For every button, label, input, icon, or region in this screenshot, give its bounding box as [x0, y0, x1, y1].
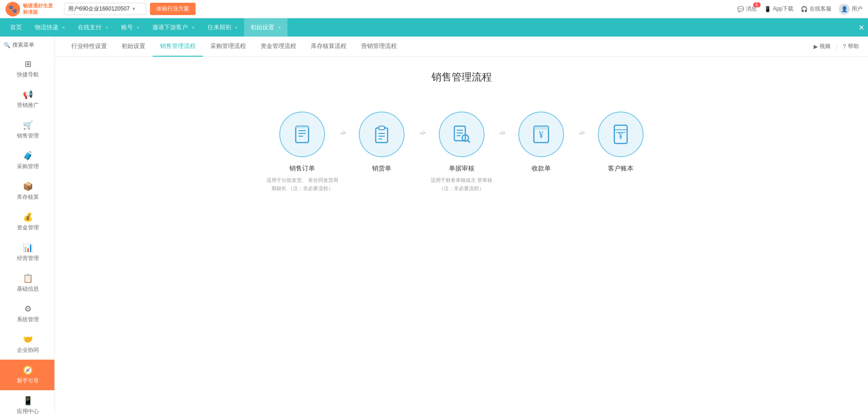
sidebar-label-sales-mgmt: 销售管理: [17, 132, 39, 140]
sub-tab-初始设置[interactable]: 初始设置: [114, 37, 153, 57]
flow-arrow-2: - - ->: [499, 111, 504, 137]
nav-tab-往来期初[interactable]: 往来期初×: [201, 18, 244, 37]
sub-tab-库存核算流程[interactable]: 库存核算流程: [304, 37, 354, 57]
message-button[interactable]: 💬 消息 6: [737, 5, 757, 13]
svg-rect-18: [534, 126, 548, 130]
page-content: 销售管理流程 销售订单适用于分批发货、 有合同发货周期较长 （注：非必要流程）-…: [55, 57, 868, 414]
close-tab-icon[interactable]: ×: [235, 25, 238, 30]
sub-tab-资金管理流程[interactable]: 资金管理流程: [253, 37, 304, 57]
sidebar-label-operations-mgmt: 经营管理: [17, 255, 39, 262]
flow-label-customer-account: 客户账本: [608, 165, 634, 173]
user-selector[interactable]: 用户690企业1660120507 ▼: [64, 3, 146, 15]
online-service-button[interactable]: 🎧 在线客服: [801, 5, 831, 13]
sidebar-icon-sales-mgmt: 🛒: [23, 120, 33, 130]
close-tab-icon[interactable]: ×: [192, 25, 194, 30]
close-all-tabs-button[interactable]: ✕: [858, 23, 864, 32]
sidebar-item-purchase-mgmt[interactable]: 🧳采购管理: [0, 145, 54, 176]
svg-rect-6: [379, 126, 384, 130]
avatar: 👤: [839, 4, 850, 15]
nav-tab-首页[interactable]: 首页: [4, 18, 28, 37]
close-tab-icon[interactable]: ×: [105, 25, 108, 30]
close-tab-icon[interactable]: ×: [62, 25, 65, 30]
headset-icon: 🎧: [801, 6, 808, 12]
page-title: 销售管理流程: [73, 70, 850, 84]
flow-circle-customer-account: ¥: [598, 111, 644, 157]
flow-desc-sales-order: 适用于分批发货、 有合同发货周期较长 （注：非必要流程）: [266, 176, 339, 192]
sidebar-icon-basic-info: 📋: [23, 273, 33, 283]
user-menu[interactable]: 👤 用户: [839, 4, 863, 15]
nav-tabs-bar: 首页物流快递×在线支付×账号×邀请下游客户×往来期初×初始设置× ✕: [0, 18, 868, 37]
search-menu-button[interactable]: 🔍 搜索菜单: [0, 37, 54, 53]
chevron-down-icon: ▼: [132, 6, 136, 11]
sidebar-item-sales-mgmt[interactable]: 🛒销售管理: [0, 115, 54, 145]
help-button[interactable]: ? 帮助: [843, 42, 859, 50]
flow-item-customer-account: ¥ 客户账本: [584, 111, 657, 176]
video-help-button[interactable]: ▶ 视频: [814, 42, 831, 50]
close-tab-icon[interactable]: ×: [278, 25, 281, 30]
sidebar-item-app-center[interactable]: 📱应用中心: [0, 390, 54, 414]
nav-tab-初始设置[interactable]: 初始设置×: [244, 18, 287, 37]
message-icon: 💬: [737, 6, 744, 12]
sidebar-label-app-center: 应用中心: [17, 408, 39, 414]
sub-tab-采购管理流程[interactable]: 采购管理流程: [203, 37, 253, 57]
sidebar-icon-new-user-guide: 🧭: [23, 365, 33, 375]
sidebar-item-enterprise-collab[interactable]: 🤝企业协同: [0, 329, 54, 360]
sidebar-label-new-user-guide: 新手引导: [17, 377, 39, 385]
sidebar-item-new-user-guide[interactable]: 🧭新手引导: [0, 360, 54, 390]
flow-circle-sales-invoice: [359, 111, 405, 157]
flow-desc-document-review: 适用于财务审核或主 管审核 （注：非必要流程）: [425, 176, 498, 192]
sidebar-icon-operations-mgmt: 📊: [23, 243, 33, 253]
flow-arrow-3: - - ->: [579, 111, 583, 137]
sidebar-item-operations-mgmt[interactable]: 📊经营管理: [0, 237, 54, 268]
sidebar-label-purchase-mgmt: 采购管理: [17, 163, 39, 170]
sidebar-icon-enterprise-collab: 🤝: [23, 334, 33, 345]
nav-tab-物流快递[interactable]: 物流快递×: [28, 18, 71, 37]
question-icon: ?: [843, 43, 846, 50]
close-tab-icon[interactable]: ×: [137, 25, 139, 30]
nav-tab-在线支付[interactable]: 在线支付×: [71, 18, 114, 37]
sidebar-icon-quick-nav: ⊞: [25, 59, 32, 69]
sidebar-icon-system-mgmt: ⚙: [24, 304, 32, 314]
flow-item-document-review: 单据审核适用于财务审核或主 管审核 （注：非必要流程）: [425, 111, 498, 192]
sub-tab-行业特性设置[interactable]: 行业特性设置: [64, 37, 114, 57]
flow-label-document-review: 单据审核: [449, 165, 474, 173]
flow-arrow-1: - - ->: [419, 111, 424, 137]
sidebar: 🔍 搜索菜单 ⊞快捷导航📢营销推广🛒销售管理🧳采购管理📦库存核算💰资金管理📊经营…: [0, 37, 55, 414]
svg-text:¥: ¥: [618, 132, 623, 141]
sidebar-item-system-mgmt[interactable]: ⚙系统管理: [0, 298, 54, 329]
sidebar-icon-purchase-mgmt: 🧳: [23, 151, 33, 161]
flow-item-sales-invoice: 销货单: [345, 111, 418, 176]
sidebar-item-finance-mgmt[interactable]: 💰资金管理: [0, 207, 54, 237]
sidebar-label-quick-nav: 快捷导航: [17, 71, 39, 79]
content-area: 行业特性设置初始设置销售管理流程采购管理流程资金管理流程库存核算流程营销管理流程…: [55, 37, 868, 414]
svg-rect-4: [295, 126, 309, 128]
flow-circle-receipt: ¥: [518, 111, 564, 157]
sidebar-item-marketing-promo[interactable]: 📢营销推广: [0, 84, 54, 115]
sub-tab-营销管理流程[interactable]: 营销管理流程: [354, 37, 404, 57]
flow-arrow-0: - - ->: [340, 111, 344, 137]
sidebar-label-enterprise-collab: 企业协同: [17, 346, 39, 354]
search-icon: 🔍: [4, 42, 11, 48]
play-icon: ▶: [814, 43, 818, 50]
sidebar-item-inventory[interactable]: 📦库存核算: [0, 176, 54, 207]
sidebar-label-system-mgmt: 系统管理: [17, 316, 39, 324]
sidebar-item-quick-nav[interactable]: ⊞快捷导航: [0, 53, 54, 84]
sidebar-label-basic-info: 基础信息: [17, 285, 39, 293]
logo-icon: 🐾: [5, 2, 20, 16]
sub-tab-销售管理流程[interactable]: 销售管理流程: [153, 37, 203, 57]
sidebar-icon-marketing-promo: 📢: [23, 90, 33, 100]
app-download-button[interactable]: 📱 App下载: [764, 5, 793, 13]
app-icon: 📱: [764, 6, 771, 12]
sidebar-icon-app-center: 📱: [23, 396, 33, 406]
user-selector-label: 用户690企业1660120507: [68, 5, 130, 13]
flow-item-sales-order: 销售订单适用于分批发货、 有合同发货周期较长 （注：非必要流程）: [266, 111, 339, 192]
sub-tabs-bar: 行业特性设置初始设置销售管理流程采购管理流程资金管理流程库存核算流程营销管理流程…: [55, 37, 868, 57]
nav-tab-邀请下游客户[interactable]: 邀请下游客户×: [146, 18, 201, 37]
nav-tab-账号[interactable]: 账号×: [115, 18, 146, 37]
svg-text:¥: ¥: [539, 130, 543, 140]
experience-button[interactable]: 体验行业方案: [150, 3, 196, 15]
sidebar-item-basic-info[interactable]: 📋基础信息: [0, 268, 54, 298]
sidebar-label-finance-mgmt: 资金管理: [17, 224, 39, 232]
svg-rect-0: [296, 126, 309, 143]
flow-item-receipt: ¥ 收款单: [505, 111, 578, 176]
